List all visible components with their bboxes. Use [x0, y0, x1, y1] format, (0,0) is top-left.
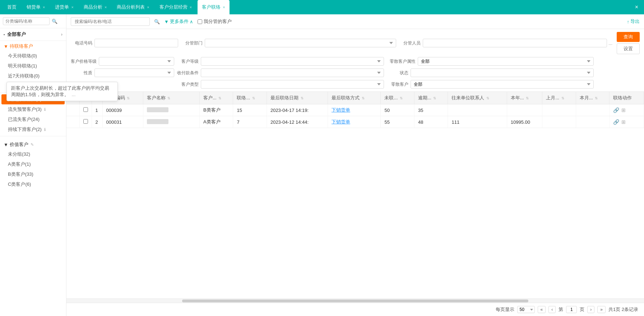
th-this-year[interactable]: 本年... ⇅: [507, 92, 542, 104]
nav-purchase-close[interactable]: ×: [71, 5, 73, 9]
th-last-contact-date-label: 最后联络日期: [270, 95, 298, 100]
sidebar-unsorted[interactable]: 未分组(32): [0, 149, 66, 159]
filter-price-level-select[interactable]: [99, 57, 174, 66]
sidebar-search-icon[interactable]: 🔍: [52, 19, 57, 24]
filter-gender-select[interactable]: [94, 69, 174, 77]
sidebar-declining[interactable]: 持续下滑客户(2) ℹ: [0, 124, 66, 135]
td-type-2: A类客户: [199, 116, 233, 128]
method-link-1[interactable]: 下销货单: [332, 107, 350, 113]
export-label: 导出: [630, 18, 640, 25]
scrollbar-thumb[interactable]: [182, 300, 529, 302]
filter-payment-field: 收付款条件: [177, 69, 384, 77]
th-overdue[interactable]: 逾期... ⇅: [414, 92, 448, 104]
sidebar-a-class[interactable]: A类客户(1): [0, 159, 66, 169]
th-last-month[interactable]: 上月... ⇅: [542, 92, 576, 104]
filter-price-level-wrapper: [99, 57, 174, 66]
my-customers-checkbox[interactable]: [198, 19, 202, 24]
td-year-2: 10995.00: [507, 116, 542, 128]
td-unread-1: 50: [381, 104, 414, 116]
filter-phone-input[interactable]: [94, 39, 178, 47]
sidebar-value-section-header[interactable]: ▼ 价值客户 ✎: [0, 139, 66, 149]
page-number-input[interactable]: [566, 306, 577, 313]
filter-search-input[interactable]: [71, 17, 150, 26]
nav-analysis-list[interactable]: 商品分析列表 ×: [112, 0, 153, 14]
sidebar-tomorrow-pending[interactable]: 明天待联络(1): [0, 61, 66, 71]
th-contact[interactable]: 联络... ⇅: [233, 92, 267, 104]
filter-person-ellipsis[interactable]: ...: [607, 41, 614, 46]
filter-dept-select[interactable]: [205, 39, 396, 47]
filter-retail-customer-select[interactable]: 全部: [411, 80, 594, 89]
filter-retail-attr-select[interactable]: 全部: [418, 57, 594, 66]
last-page-button[interactable]: »: [597, 306, 606, 313]
value-edit-icon[interactable]: ✎: [31, 142, 34, 147]
filter-person-input[interactable]: [423, 39, 607, 47]
sidebar-c-class[interactable]: C类客户(6): [0, 179, 66, 189]
filter-status-label: 状态: [387, 70, 408, 76]
nav-customer-tier[interactable]: 客户分层经营 ×: [155, 0, 196, 14]
th-this-month[interactable]: 本月... ⇅: [576, 92, 610, 104]
prev-page-button[interactable]: ‹: [548, 306, 556, 313]
sidebar-today-pending[interactable]: 今天待联络(0): [0, 51, 66, 61]
nav-analysis-list-close[interactable]: ×: [147, 5, 149, 9]
sidebar-all-customers[interactable]: ▪ 全部客户 ›: [0, 28, 66, 41]
filter-phone-label: 电话号码: [71, 40, 92, 46]
nav-sales-close[interactable]: ×: [43, 5, 45, 9]
td-method-1[interactable]: 下销货单: [328, 104, 381, 116]
nav-customer-contact[interactable]: 客户联络 ×: [198, 0, 229, 14]
filter-status-select[interactable]: [411, 69, 594, 77]
th-unread[interactable]: 未联... ⇅: [381, 92, 414, 104]
nav-analysis[interactable]: 商品分析 ×: [79, 0, 111, 14]
row-checkbox-2[interactable]: [83, 119, 88, 124]
th-customer-name[interactable]: 客户名称 ⇅: [143, 92, 199, 104]
nav-purchase[interactable]: 进货单 ×: [51, 0, 78, 14]
nav-customer-contact-close[interactable]: ×: [223, 5, 225, 9]
action-link-icon-2[interactable]: 🔗: [613, 119, 619, 125]
th-unit-contact[interactable]: 往来单位联系人 ⇅: [448, 92, 507, 104]
nav-sales[interactable]: 销货单 ×: [22, 0, 49, 14]
td-method-2[interactable]: 下销货单: [328, 116, 381, 128]
row-checkbox-1[interactable]: [83, 107, 88, 112]
filter-customer-type-label: 客户类型: [177, 81, 199, 88]
method-link-2[interactable]: 下销货单: [332, 119, 350, 124]
filter-customer-type-select[interactable]: [201, 80, 384, 89]
filter-customer-level-select[interactable]: [201, 57, 384, 66]
filter-payment-select[interactable]: [201, 69, 384, 77]
nav-analysis-close[interactable]: ×: [105, 5, 107, 9]
filter-search-icon[interactable]: 🔍: [154, 19, 160, 24]
nav-customer-tier-close[interactable]: ×: [190, 5, 192, 9]
sidebar-lost-preview[interactable]: 流失预警客户(3) ℹ: [0, 104, 66, 114]
sidebar-pending-section[interactable]: ▼ 待联络客户: [0, 41, 66, 51]
action-grid-icon-1[interactable]: ⊞: [621, 107, 626, 113]
action-link-icon-1[interactable]: 🔗: [613, 107, 619, 113]
sidebar-lost[interactable]: 已流失客户(24): [0, 114, 66, 124]
export-button[interactable]: ↑ 导出: [627, 18, 640, 25]
query-button[interactable]: 查询: [617, 32, 640, 42]
filter-customer-level-field: 客户等级: [177, 57, 384, 66]
filter-more-label: 更多条件: [170, 18, 189, 25]
sidebar-lost-label: 已流失客户(24): [8, 117, 40, 122]
settings-button[interactable]: 设置: [617, 43, 640, 54]
action-grid-icon-2[interactable]: ⊞: [621, 119, 626, 125]
filter-person-field: 分管人员 ...: [399, 39, 614, 47]
sidebar-search-input[interactable]: [3, 17, 50, 25]
sidebar-week-pending[interactable]: 近7天待联络(0): [0, 71, 66, 81]
th-last-contact-date[interactable]: 最后联络日期 ⇅: [267, 92, 328, 104]
sidebar-b-class[interactable]: B类客户(33): [0, 169, 66, 179]
window-close-button[interactable]: ×: [632, 4, 641, 10]
td-index-2: 2: [92, 116, 102, 128]
nav-home[interactable]: 首页: [3, 0, 21, 14]
horizontal-scrollbar[interactable]: [66, 298, 644, 303]
per-page-select[interactable]: 50 20 100 200: [517, 306, 535, 313]
th-last-contact-method[interactable]: 最后联络方式 ⇅: [328, 92, 381, 104]
total-pages-label: 页: [580, 306, 584, 313]
filter-more-button[interactable]: ▼ 更多条件 ∧: [164, 18, 193, 25]
next-page-button[interactable]: ›: [587, 306, 594, 313]
th-unread-label: 未联...: [384, 95, 398, 100]
first-page-button[interactable]: «: [538, 306, 546, 313]
filter-payment-label: 收付款条件: [177, 70, 199, 76]
th-unit-contact-label: 往来单位联系人: [451, 95, 484, 100]
th-action-label: 联络动作: [613, 95, 632, 100]
sidebar-value-label: 价值客户: [10, 141, 28, 148]
sidebar-expand-btn[interactable]: ›: [61, 32, 62, 37]
th-customer-type[interactable]: 客户... ⇅: [199, 92, 233, 104]
